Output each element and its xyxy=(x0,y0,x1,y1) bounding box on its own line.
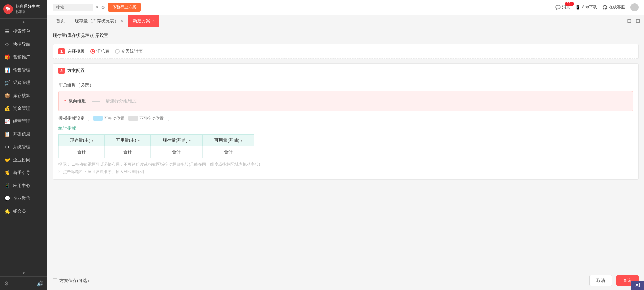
sidebar-item-inventory[interactable]: 📦 库存核算 xyxy=(0,89,47,102)
sidebar-item-enterprise[interactable]: 🤝 企业协同 xyxy=(0,153,47,166)
tab-home-label: 首页 xyxy=(56,18,65,24)
tab-inventory-status-label: 现存量（库存状况表） xyxy=(75,18,119,24)
step1-card: 1 选择模板 汇总表 交叉统计表 xyxy=(53,44,639,59)
message-icon: 💬 xyxy=(555,5,561,10)
sidebar-item-marketing[interactable]: 🎁 营销推广 xyxy=(0,51,47,64)
app-logo-icon: 畅 xyxy=(3,4,13,14)
sidebar-scroll-up[interactable]: ▲ xyxy=(0,19,47,25)
col-chevron-2[interactable]: ▾ xyxy=(189,139,191,142)
tab-home[interactable]: 首页 xyxy=(51,15,70,27)
step2-header: 2 方案配置 xyxy=(53,64,638,78)
sidebar-item-label: 资金管理 xyxy=(13,105,30,112)
col-label-1: 可用量(主) xyxy=(116,137,137,143)
page-title: 现存量(库存状况表)方案设置 xyxy=(53,32,639,39)
col-header-3[interactable]: 可用量(基辅) ▾ xyxy=(202,135,254,146)
sidebar-item-finance[interactable]: 💰 资金管理 xyxy=(0,102,47,115)
cell-1: 合计 xyxy=(105,146,151,158)
sidebar-item-label: 企业协同 xyxy=(13,157,30,163)
sidebar-item-member[interactable]: 🌟 畅会员 xyxy=(0,205,47,218)
sidebar-item-guide[interactable]: 👋 新手引导 xyxy=(0,166,47,179)
save-checkbox[interactable] xyxy=(53,278,57,283)
tab-expand-icon[interactable]: ⊞ xyxy=(634,17,641,25)
phone-icon: 📱 xyxy=(575,5,580,10)
step1-title: 选择模板 xyxy=(67,48,85,54)
step2-content: 汇总维度（必选） * 纵向维度 —— 请选择分组维度 模板指标设定（ 可拖动位置 xyxy=(53,78,638,179)
drag-badge xyxy=(93,116,103,121)
tab-inventory-status[interactable]: 现存量（库存状况表） × xyxy=(70,15,128,27)
stats-header-row: 现存量(主) ▾ 可用量(主) ▾ xyxy=(59,135,254,146)
guide-icon: 👋 xyxy=(4,170,10,175)
marketing-icon: 🎁 xyxy=(4,54,10,60)
col-chevron-1[interactable]: ▾ xyxy=(138,139,140,142)
sidebar-scroll-down[interactable]: ▼ xyxy=(0,270,47,276)
tab-inventory-close-icon[interactable]: × xyxy=(121,19,123,23)
sidebar-item-label: 畅会员 xyxy=(13,208,26,214)
sales-icon: 📊 xyxy=(4,67,10,73)
online-service-link[interactable]: 🎧 在线客服 xyxy=(602,4,625,10)
ai-badge[interactable]: Ai xyxy=(631,281,644,290)
app-edition: 标准版 xyxy=(16,9,40,14)
tab-minimize-icon[interactable]: ⊟ xyxy=(626,17,633,25)
sidebar-item-label: 应用中心 xyxy=(13,183,30,189)
cell-3: 合计 xyxy=(202,146,254,158)
template-radio-group: 汇总表 交叉统计表 xyxy=(90,48,143,54)
messages-count: 99+ xyxy=(565,2,574,6)
user-menu[interactable] xyxy=(630,3,639,11)
radio-cross-dot xyxy=(115,49,120,54)
cell-0: 合计 xyxy=(59,146,105,158)
required-star: * xyxy=(64,99,66,104)
sidebar-item-quicknav[interactable]: ⊙ 快捷导航 xyxy=(0,38,47,51)
cell-2: 合计 xyxy=(151,146,202,158)
sidebar-item-label: 库存核算 xyxy=(13,93,30,99)
col-label-3: 可用量(基辅) xyxy=(214,137,239,143)
inventory-icon: 📦 xyxy=(4,93,10,98)
sidebar-item-sales[interactable]: 📊 销售管理 xyxy=(0,64,47,76)
step2-num: 2 xyxy=(58,68,65,74)
sidebar-item-system[interactable]: ⚙ 系统管理 xyxy=(0,141,47,153)
sidebar-logo: 畅 畅康通好生意 标准版 xyxy=(0,0,47,19)
sound-icon[interactable]: 🔊 xyxy=(36,280,43,287)
col-header-1[interactable]: 可用量(主) ▾ xyxy=(105,135,151,146)
system-icon: ⚙ xyxy=(4,144,10,150)
industry-btn[interactable]: 体验行业方案 xyxy=(108,3,141,12)
tab-new-plan[interactable]: 新建方案 × xyxy=(128,15,159,27)
tabbar: 首页 现存量（库存状况表） × 新建方案 × ⊟ ⊞ xyxy=(47,15,644,27)
vertical-dim-field[interactable]: * 纵向维度 —— 请选择分组维度 xyxy=(58,91,633,111)
sidebar-item-wechat[interactable]: 💬 企业微信 xyxy=(0,192,47,205)
topbar-gear-icon[interactable]: ⚙ xyxy=(101,5,105,10)
app-download-link[interactable]: 📱 App下载 xyxy=(575,4,597,10)
save-option: 方案保存(可选) xyxy=(53,277,89,284)
col-label-2: 现存量(基辅) xyxy=(163,137,188,143)
col-header-0[interactable]: 现存量(主) ▾ xyxy=(59,135,105,146)
sidebar-item-management[interactable]: 📈 经营管理 xyxy=(0,115,47,128)
sidebar-item-label: 经营管理 xyxy=(13,118,30,124)
step1-num: 1 xyxy=(58,48,65,54)
content-area: 现存量(库存状况表)方案设置 1 选择模板 汇总表 交叉统计表 xyxy=(47,27,644,271)
cancel-button[interactable]: 取消 xyxy=(589,275,612,286)
radio-summary-table[interactable]: 汇总表 xyxy=(90,48,109,54)
tab-new-close-icon[interactable]: × xyxy=(152,19,155,23)
topbar-dropdown-icon[interactable]: ▾ xyxy=(96,5,98,10)
col-header-2[interactable]: 现存量(基辅) ▾ xyxy=(151,135,202,146)
no-drag-label: 不可拖动位置 xyxy=(139,116,164,121)
search-input[interactable] xyxy=(53,4,93,11)
management-icon: 📈 xyxy=(4,119,10,124)
online-service-label: 在线客服 xyxy=(609,4,625,10)
messages-badge[interactable]: 💬 消息 99+ xyxy=(555,4,570,10)
vertical-dim-placeholder: 请选择分组维度 xyxy=(106,98,137,104)
finance-icon: 💰 xyxy=(4,106,10,111)
sidebar-item-purchase[interactable]: 🛒 采购管理 xyxy=(0,76,47,89)
topbar-right: 💬 消息 99+ 📱 App下载 🎧 在线客服 xyxy=(555,3,639,11)
topbar: ▾ ⚙ 体验行业方案 💬 消息 99+ 📱 App下载 🎧 在线客服 xyxy=(47,0,644,15)
sidebar-item-app[interactable]: 📱 应用中心 xyxy=(0,179,47,192)
sidebar-item-basic-info[interactable]: 📋 基础信息 xyxy=(0,128,47,141)
col-chevron-0[interactable]: ▾ xyxy=(92,139,93,142)
radio-cross-table[interactable]: 交叉统计表 xyxy=(115,48,143,54)
sidebar-item-label: 系统管理 xyxy=(13,144,30,150)
member-icon: 🌟 xyxy=(4,209,10,214)
enterprise-icon: 🤝 xyxy=(4,157,10,163)
col-chevron-3[interactable]: ▾ xyxy=(241,139,242,142)
settings-icon[interactable]: ⚙ xyxy=(4,280,9,287)
sidebar-item-label: 采购管理 xyxy=(13,80,30,86)
sidebar-item-search[interactable]: ☰ 搜索菜单 xyxy=(0,25,47,38)
